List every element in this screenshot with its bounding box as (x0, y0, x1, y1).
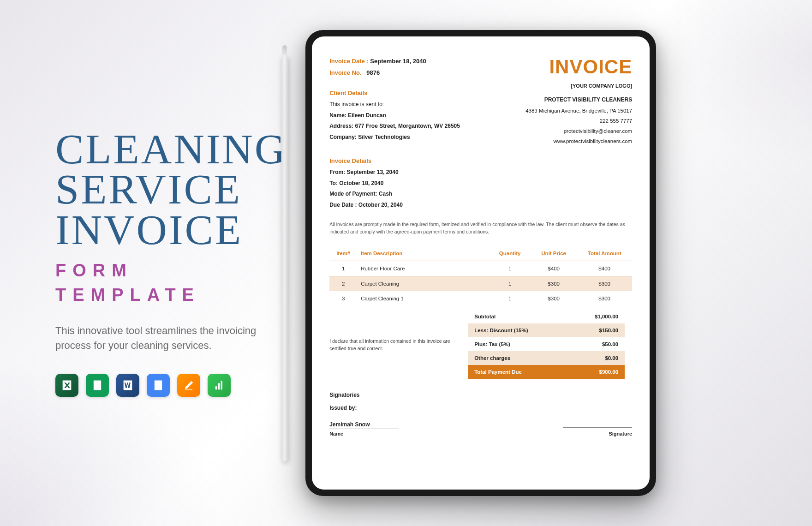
google-docs-icon[interactable] (147, 374, 170, 397)
client-name-label: Name: (329, 112, 346, 119)
table-row: 3 Carpet Cleaning 1 1 $300 $300 (329, 291, 632, 306)
col-total-amount: Total Amount (577, 246, 632, 261)
col-item-desc: Item Description (357, 246, 489, 261)
invoice-number-label: Invoice No. (329, 69, 361, 76)
details-due-value: October 20, 2040 (358, 202, 403, 208)
title-line-2: SERVICE (55, 169, 287, 209)
col-unit-price: Unit Price (531, 246, 577, 261)
client-details-section: Client Details This invoice is sent to: … (329, 90, 460, 146)
subtotal-label: Subtotal (474, 314, 496, 319)
invoice-details-section: Invoice Details From: September 13, 2040… (329, 157, 632, 210)
details-from-label: From: (329, 169, 345, 175)
company-name: PROTECT VISIBILITY CLEANERS (525, 95, 632, 105)
signature-field-label: Signature (563, 431, 632, 436)
invoice-document: Invoice Date : September 18, 2040 Invoic… (312, 36, 650, 490)
details-from-value: September 13, 2040 (347, 169, 399, 175)
subtotal-value: $1,000.00 (595, 314, 618, 319)
client-company-label: Company: (329, 134, 357, 140)
totals-block: Subtotal$1,000.00 Less: Discount (15%)$1… (468, 310, 625, 379)
client-details-label: Client Details (329, 90, 460, 96)
signature-line (563, 421, 632, 428)
company-block: [YOUR COMPANY LOGO] PROTECT VISIBILITY C… (525, 81, 632, 146)
col-quantity: Quantity (489, 246, 531, 261)
sent-to-label: This invoice is sent to: (329, 99, 460, 110)
company-email: protectvisibility@cleaner.com (525, 126, 632, 137)
items-table: Item# Item Description Quantity Unit Pri… (329, 246, 632, 306)
word-icon[interactable] (116, 374, 139, 397)
details-mode-value: Cash (379, 191, 392, 197)
details-due-label: Due Date : (329, 202, 357, 208)
apple-pages-icon[interactable] (177, 374, 200, 397)
company-logo-placeholder: [YOUR COMPANY LOGO] (525, 81, 632, 91)
issuer-name: Jemimah Snow (329, 421, 399, 429)
apple-numbers-icon[interactable] (208, 374, 231, 397)
promo-panel: CLEANING SERVICE INVOICE FORM TEMPLATE T… (55, 129, 287, 397)
tax-value: $50.00 (602, 341, 618, 347)
name-field-label: Name (329, 431, 399, 436)
discount-label: Less: Discount (15%) (474, 328, 528, 333)
issued-by-label: Issued by: (329, 405, 632, 411)
company-website: www.protectvisibilitycleaners.com (525, 137, 632, 147)
total-due-label: Total Payment Due (474, 369, 522, 375)
total-due-value: $900.00 (599, 369, 619, 375)
title-line-1: CLEANING (55, 129, 287, 169)
table-row: 1 Rubber Floor Care 1 $400 $400 (329, 261, 632, 276)
title-line-3: INVOICE (55, 210, 287, 250)
stylus-graphic (281, 55, 288, 461)
invoice-date-value: September 18, 2040 (370, 58, 426, 65)
subtitle-line-1: FORM (55, 258, 287, 283)
details-to-value: October 18, 2040 (339, 180, 383, 186)
promo-title: CLEANING SERVICE INVOICE (55, 129, 287, 250)
app-icon-row (55, 374, 287, 397)
col-item-no: Item# (329, 246, 357, 261)
details-to-label: To: (329, 180, 338, 186)
invoice-date-label: Invoice Date : (329, 58, 369, 65)
invoice-title: INVOICE (549, 56, 632, 78)
invoice-number-value: 9876 (366, 69, 380, 76)
table-row: 2 Carpet Cleaning 1 $300 $300 (329, 276, 632, 291)
signatories-title: Signatories (329, 392, 632, 398)
company-phone: 222 555 7777 (525, 116, 632, 126)
client-name-value: Eileen Duncan (348, 112, 386, 119)
discount-value: $150.00 (599, 328, 619, 333)
promo-subtitle: FORM TEMPLATE (55, 258, 287, 307)
client-company-value: Silver Technologies (358, 134, 410, 140)
subtitle-line-2: TEMPLATE (55, 283, 287, 307)
client-address-value: 677 Froe Street, Morgantown, WV 26505 (355, 123, 460, 129)
tablet-frame: Invoice Date : September 18, 2040 Invoic… (305, 30, 656, 496)
signatories-section: Signatories Issued by: Jemimah Snow Name… (329, 392, 632, 436)
other-label: Other charges (474, 355, 510, 361)
promo-description: This innovative tool streamlines the inv… (55, 323, 277, 353)
page-container: CLEANING SERVICE INVOICE FORM TEMPLATE T… (0, 0, 812, 526)
company-address: 4389 Michigan Avenue, Bridgeville, PA 15… (525, 106, 632, 116)
excel-icon[interactable] (55, 374, 78, 397)
client-address-label: Address: (329, 123, 353, 129)
details-mode-label: Mode of Payment: (329, 191, 377, 197)
invoice-details-label: Invoice Details (329, 157, 632, 164)
declaration-text: I declare that all information contained… (329, 310, 459, 379)
invoice-note: All invoices are promptly made in the re… (329, 221, 632, 236)
google-sheets-icon[interactable] (86, 374, 109, 397)
invoice-meta: Invoice Date : September 18, 2040 Invoic… (329, 56, 426, 78)
tax-label: Plus: Tax (5%) (474, 341, 510, 347)
other-value: $0.00 (605, 355, 618, 361)
